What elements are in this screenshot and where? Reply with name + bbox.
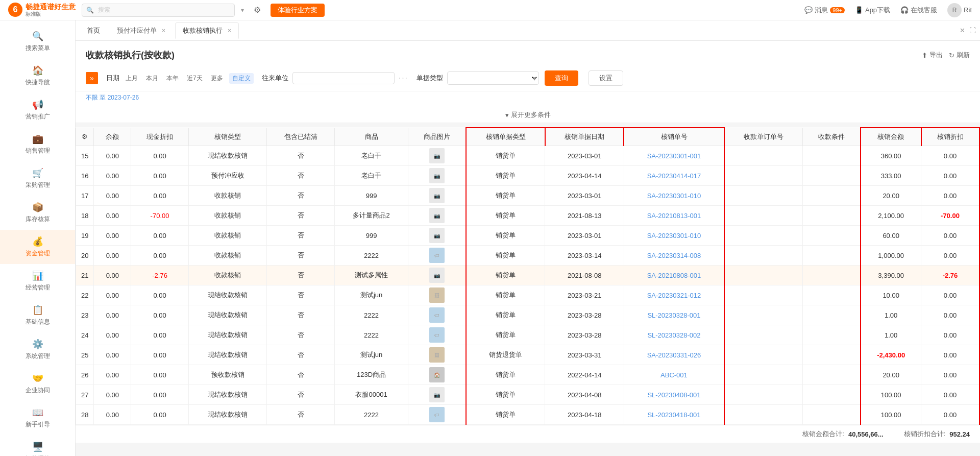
msg-btn[interactable]: 💬 消息 99+ — [804, 6, 845, 15]
row-goods-img: 🏠 — [408, 365, 467, 385]
row-bill-no[interactable]: ABC-001 — [624, 365, 724, 385]
tab-prepay-close[interactable]: × — [162, 27, 165, 34]
row-bill-no[interactable]: SA-20230321-012 — [624, 285, 724, 305]
bill-type-select[interactable] — [447, 71, 539, 85]
row-bill-no[interactable]: SA-20230331-026 — [624, 345, 724, 365]
row-condition — [803, 266, 861, 285]
table-row: 280.000.00现结收款核销否2222🏷销货单2023-04-18SL-20… — [76, 405, 980, 425]
sidebar-item-management[interactable]: 📊 经营管理 — [0, 264, 75, 298]
tab-close-icon[interactable]: ✕ — [960, 27, 965, 34]
table-row: 220.000.00现结收款核销否测试jun🖼销货单2023-03-21SA-2… — [76, 285, 980, 305]
query-btn[interactable]: 查询 — [545, 70, 578, 86]
row-amount: 3,390.00 — [861, 266, 921, 285]
sidebar-item-marketing[interactable]: 📢 营销推广 — [0, 93, 75, 127]
date-7days[interactable]: 近7天 — [185, 73, 205, 84]
footer-discount: 核销折扣合计: 952.24 — [904, 429, 970, 439]
sidebar-item-finance[interactable]: 💰 资金管理 — [0, 230, 75, 264]
expand-more-btn[interactable]: ▾ 展开更多条件 — [505, 110, 551, 119]
sidebar-label-search: 搜索菜单 — [26, 44, 50, 53]
sidebar-item-basic[interactable]: 📋 基础信息 — [0, 298, 75, 332]
table-scroll[interactable]: ⚙ 余额 现金折扣 核销类型 包含已结清 商品 商品图片 核销单据类型 核销单据… — [76, 127, 980, 425]
sidebar-label-system: 系统管理 — [26, 352, 50, 361]
sidebar-item-search[interactable]: 🔍 搜索菜单 — [0, 25, 75, 59]
goods-thumbnail: 🏷 — [429, 248, 445, 263]
row-condition — [803, 285, 861, 305]
tab-receivable[interactable]: 收款核销执行 × — [175, 22, 239, 39]
brand-sub: 标准版 — [26, 11, 76, 17]
export-btn[interactable]: ⬆ 导出 — [922, 51, 943, 60]
row-amount: 2,100.00 — [861, 206, 921, 226]
row-included: 否 — [267, 166, 335, 186]
row-bill-date: 2023-04-14 — [545, 166, 624, 186]
table-header-row: ⚙ 余额 现金折扣 核销类型 包含已结清 商品 商品图片 核销单据类型 核销单据… — [76, 128, 980, 146]
row-goods-img: 🏷 — [408, 246, 467, 266]
row-bill-date: 2023-03-14 — [545, 246, 624, 266]
service-icon: 🎧 — [900, 6, 909, 14]
sidebar-label-marketing: 营销推广 — [26, 112, 50, 121]
row-bill-no[interactable]: SA-20230314-008 — [624, 246, 724, 266]
date-this-year[interactable]: 本年 — [164, 73, 181, 84]
row-included: 否 — [267, 206, 335, 226]
row-bill-no[interactable]: SA-20210813-001 — [624, 206, 724, 226]
row-bill-no[interactable]: SA-20230301-001 — [624, 146, 724, 166]
search-dropdown[interactable]: ▾ — [241, 7, 244, 14]
date-custom[interactable]: 自定义 — [229, 73, 254, 84]
row-no: 20 — [76, 246, 94, 266]
row-bill-no[interactable]: SL-20230328-001 — [624, 305, 724, 325]
user-menu[interactable]: R Rit — [947, 3, 972, 17]
sidebar-item-guide[interactable]: 📖 新手引导 — [0, 401, 75, 435]
row-bill-no[interactable]: SL-20230408-001 — [624, 385, 724, 405]
sidebar-item-inventory[interactable]: 📦 库存核算 — [0, 196, 75, 230]
sidebar-item-purchase[interactable]: 🛒 采购管理 — [0, 161, 75, 196]
row-order-no — [724, 166, 803, 186]
app-download-btn[interactable]: 📱 App下载 — [855, 6, 890, 15]
date-more[interactable]: 更多 — [209, 73, 225, 84]
row-type: 预收款核销 — [188, 365, 266, 385]
bill-type-label: 单据类型 — [416, 74, 443, 83]
th-included: 包含已结清 — [267, 128, 335, 146]
filter-expand-btn[interactable]: » — [86, 72, 98, 84]
filter-from-group: 往来单位 ··· — [262, 72, 408, 84]
goods-thumbnail: 🏷 — [429, 407, 445, 422]
tab-expand-icon[interactable]: ⛶ — [969, 27, 976, 34]
search-box[interactable]: 🔍 搜索 — [82, 4, 235, 17]
service-btn[interactable]: 🎧 在线客服 — [900, 6, 937, 15]
tab-receivable-label: 收款核销执行 — [183, 26, 223, 35]
sidebar-item-nav[interactable]: 🏠 快捷导航 — [0, 59, 75, 93]
tab-prepay[interactable]: 预付冲应付单 × — [109, 22, 173, 39]
home-icon: 🏠 — [32, 65, 43, 76]
settings-btn[interactable]: 设置 — [589, 70, 623, 86]
from-input[interactable] — [292, 72, 395, 84]
tab-receivable-close[interactable]: × — [228, 27, 231, 34]
refresh-btn[interactable]: ↻ 刷新 — [949, 51, 970, 60]
sidebar-label-basic: 基础信息 — [26, 318, 50, 326]
th-gear[interactable]: ⚙ — [76, 128, 94, 146]
footer-amount-value: 40,556,66... — [848, 430, 884, 438]
row-no: 16 — [76, 166, 94, 186]
row-discount: 0.00 — [921, 166, 980, 186]
sidebar-item-hardware[interactable]: 🖥️ 智能硬件 — [0, 435, 75, 456]
row-bill-date: 2023-03-01 — [545, 226, 624, 246]
sidebar-item-system[interactable]: ⚙️ 系统管理 — [0, 332, 75, 367]
row-bill-no[interactable]: SA-20230414-017 — [624, 166, 724, 186]
date-prev-month[interactable]: 上月 — [124, 73, 140, 84]
date-this-month[interactable]: 本月 — [144, 73, 160, 84]
row-included: 否 — [267, 405, 335, 425]
settings-icon[interactable]: ⚙ — [250, 3, 264, 17]
row-cash-discount: 0.00 — [131, 345, 189, 365]
msg-badge: 99+ — [830, 7, 845, 13]
row-condition — [803, 226, 861, 246]
sidebar-item-collab[interactable]: 🤝 企业协同 — [0, 367, 75, 401]
row-bill-no[interactable]: SA-20210808-001 — [624, 266, 724, 285]
industry-btn[interactable]: 体验行业方案 — [271, 4, 325, 17]
tab-home[interactable]: 首页 — [80, 26, 107, 35]
goods-thumbnail: 🏷 — [429, 307, 445, 323]
row-bill-no[interactable]: SA-20230301-010 — [624, 186, 724, 206]
row-bill-no[interactable]: SA-20230301-010 — [624, 226, 724, 246]
sidebar-item-sales[interactable]: 💼 销售管理 — [0, 127, 75, 161]
th-discount: 核销折扣 — [921, 128, 980, 146]
row-bill-no[interactable]: SL-20230418-001 — [624, 405, 724, 425]
row-bill-no[interactable]: SL-20230328-002 — [624, 325, 724, 345]
row-bill-date: 2023-04-08 — [545, 385, 624, 405]
top-bar: 6 畅捷通谱好生意 标准版 🔍 搜索 ▾ ⚙ 体验行业方案 💬 消息 99+ 📱… — [0, 0, 980, 20]
